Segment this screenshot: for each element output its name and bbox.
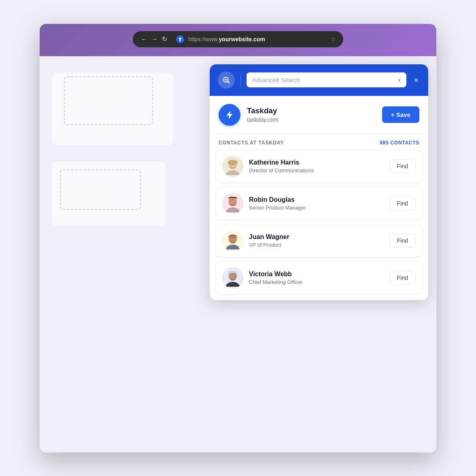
avatar-img-victoria <box>222 267 243 288</box>
search-header: Advanced Search ▾ × <box>210 64 428 96</box>
browser-content: Advanced Search ▾ × Taskday taskday.com … <box>40 56 436 453</box>
contact-name-robin: Robin Douglas <box>249 196 384 203</box>
svg-rect-11 <box>229 237 237 238</box>
avatar-img-juan <box>222 230 243 251</box>
address-bar: ← → ↻ https://www.yourwebsite.com ☆ <box>133 31 343 47</box>
contact-info-robin: Robin Douglas Senior Product Manager <box>249 196 384 211</box>
contact-card-robin: Robin Douglas Senior Product Manager Fin… <box>215 187 423 220</box>
header-divider <box>240 74 241 86</box>
contact-card-katherine: Katherine Harris Director of Communicati… <box>215 150 423 183</box>
contacts-header: CONTACTS AT TASKDAY 985 CONTACTS <box>210 134 428 150</box>
url-text[interactable]: https://www.yourwebsite.com <box>188 36 326 42</box>
bookmark-icon[interactable]: ☆ <box>330 35 336 43</box>
forward-button[interactable]: → <box>151 36 159 43</box>
find-button-robin[interactable]: Find <box>389 197 416 210</box>
contact-card-juan: Juan Wagner VP of Product Find <box>215 224 423 257</box>
find-button-victoria[interactable]: Find <box>389 271 416 285</box>
refresh-button[interactable]: ↻ <box>161 35 168 43</box>
company-logo <box>219 104 240 126</box>
close-button[interactable]: × <box>412 74 420 86</box>
company-info: Taskday taskday.com <box>247 106 376 123</box>
search-input-container[interactable]: Advanced Search ▾ <box>246 72 406 87</box>
browser-window: ← → ↻ https://www.yourwebsite.com ☆ <box>40 24 436 453</box>
contact-name-katherine: Katherine Harris <box>249 159 384 166</box>
avatar-robin <box>222 193 243 214</box>
contacts-at-label: CONTACTS AT TASKDAY <box>219 140 284 146</box>
search-icon-circle <box>218 72 235 89</box>
contact-title-juan: VP of Product <box>249 242 384 248</box>
browser-chrome: ← → ↻ https://www.yourwebsite.com ☆ <box>40 24 436 56</box>
contacts-count: 985 CONTACTS <box>380 140 419 146</box>
search-input-placeholder: Advanced Search <box>252 76 300 83</box>
svg-point-4 <box>228 160 238 165</box>
svg-point-10 <box>229 235 237 242</box>
contact-title-katherine: Director of Communications <box>249 167 384 173</box>
url-domain: yourwebsite.com <box>219 36 265 42</box>
contacts-list: Katherine Harris Director of Communicati… <box>210 150 428 300</box>
bg-dotted-2 <box>60 169 141 210</box>
contact-name-victoria: Victoria Webb <box>249 271 384 278</box>
save-button[interactable]: + Save <box>382 106 419 123</box>
back-button[interactable]: ← <box>140 36 148 43</box>
nav-buttons: ← → ↻ <box>140 35 168 43</box>
avatar-katherine <box>222 156 243 177</box>
svg-point-14 <box>229 273 237 279</box>
url-prefix: https://www. <box>188 36 219 42</box>
avatar-img-katherine <box>222 156 243 177</box>
company-domain: taskday.com <box>247 116 376 123</box>
contact-info-juan: Juan Wagner VP of Product <box>249 233 384 248</box>
contact-card-victoria: Victoria Webb Chief Marketing Officer Fi… <box>215 261 423 294</box>
company-name: Taskday <box>247 106 376 115</box>
contact-title-victoria: Chief Marketing Officer <box>249 279 384 285</box>
find-button-juan[interactable]: Find <box>389 234 416 248</box>
company-bolt-icon <box>224 109 235 121</box>
contact-name-juan: Juan Wagner <box>249 233 384 241</box>
avatar-victoria <box>222 267 243 288</box>
find-button-katherine[interactable]: Find <box>389 159 416 173</box>
site-favicon <box>176 35 184 43</box>
chevron-down-icon: ▾ <box>398 77 401 83</box>
company-section: Taskday taskday.com + Save <box>210 96 428 134</box>
avatar-juan <box>222 230 243 251</box>
avatar-img-robin <box>222 193 243 214</box>
search-panel: Advanced Search ▾ × Taskday taskday.com … <box>210 64 428 300</box>
svg-point-7 <box>229 198 237 205</box>
bg-dotted-1 <box>64 76 153 125</box>
search-magnifier-icon <box>222 76 230 84</box>
contact-info-victoria: Victoria Webb Chief Marketing Officer <box>249 271 384 285</box>
contact-info-katherine: Katherine Harris Director of Communicati… <box>249 159 384 173</box>
contact-title-robin: Senior Product Manager <box>249 205 384 211</box>
